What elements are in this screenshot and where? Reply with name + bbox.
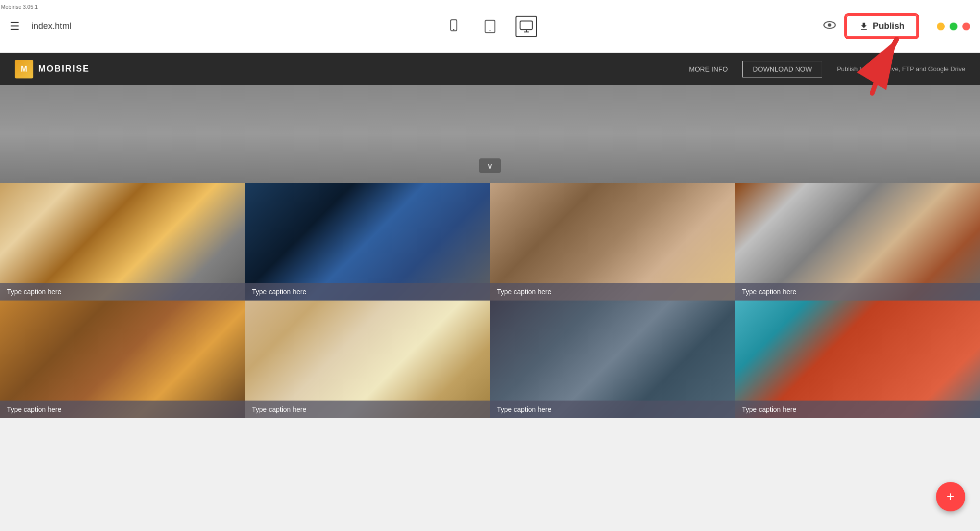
gallery-item-laptop-desk[interactable]: Type caption here	[735, 183, 980, 301]
gallery-caption-studio: Type caption here	[735, 401, 980, 418]
gallery-item-bikes[interactable]: Type caption here	[0, 183, 245, 301]
fab-plus-icon: +	[947, 489, 955, 505]
gallery-item-table-chairs[interactable]: Type caption here	[245, 301, 490, 418]
right-controls: Publish	[823, 15, 970, 37]
gallery-caption-person-laptop: Type caption here	[490, 283, 735, 301]
site-logo: M MOBIRISE	[15, 60, 90, 78]
svg-point-8	[828, 23, 831, 26]
gallery-caption-table-chairs: Type caption here	[245, 401, 490, 418]
site-logo-icon: M	[15, 60, 33, 78]
maximize-button[interactable]	[950, 23, 957, 30]
download-now-button[interactable]: DOWNLOAD NOW	[742, 61, 822, 77]
svg-rect-4	[520, 21, 533, 29]
publish-label: Publish	[873, 21, 905, 31]
scroll-down-button[interactable]: ∨	[479, 158, 501, 173]
gallery-caption-laptop-code: Type caption here	[245, 283, 490, 301]
svg-point-3	[490, 30, 490, 31]
device-icons	[443, 16, 537, 37]
gallery-item-studio[interactable]: Type caption here	[735, 301, 980, 418]
gallery-item-room-warm[interactable]: Type caption here	[0, 301, 245, 418]
gallery-item-person-laptop[interactable]: Type caption here	[490, 183, 735, 301]
gallery-item-books-window[interactable]: Type caption here	[490, 301, 735, 418]
scroll-down-icon: ∨	[487, 161, 493, 171]
site-logo-text: MOBIRISE	[38, 64, 90, 74]
mobile-view-button[interactable]	[443, 16, 465, 37]
tablet-view-button[interactable]	[479, 16, 501, 37]
more-info-link[interactable]: MORE INFO	[689, 65, 728, 73]
window-controls	[937, 23, 970, 30]
preview-icon[interactable]	[823, 18, 836, 35]
file-title: index.html	[31, 21, 823, 31]
minimize-button[interactable]	[937, 23, 945, 30]
publish-notice: Publish to Local Drive, FTP and Google D…	[837, 65, 965, 73]
publish-button[interactable]: Publish	[846, 15, 917, 37]
gallery-caption-room-warm: Type caption here	[0, 401, 245, 418]
hero-area: ∨	[0, 85, 980, 183]
title-bar: Mobirise 3.05.1 ☰ index.html Publish	[0, 0, 980, 53]
svg-point-1	[453, 29, 455, 30]
close-button[interactable]	[962, 23, 970, 30]
version-badge: Mobirise 3.05.1	[1, 4, 38, 10]
gallery-grid: Type caption here Type caption here Type…	[0, 183, 980, 418]
site-navbar: M MOBIRISE MORE INFO DOWNLOAD NOW Publis…	[0, 53, 980, 85]
fab-add-button[interactable]: +	[936, 482, 965, 511]
desktop-view-button[interactable]	[515, 16, 537, 37]
gallery-item-laptop-code[interactable]: Type caption here	[245, 183, 490, 301]
hamburger-icon[interactable]: ☰	[10, 20, 20, 33]
gallery-caption-laptop-desk: Type caption here	[735, 283, 980, 301]
gallery-caption-bikes: Type caption here	[0, 283, 245, 301]
site-nav-links: MORE INFO DOWNLOAD NOW Publish to Local …	[689, 61, 965, 77]
gallery-caption-books-window: Type caption here	[490, 401, 735, 418]
